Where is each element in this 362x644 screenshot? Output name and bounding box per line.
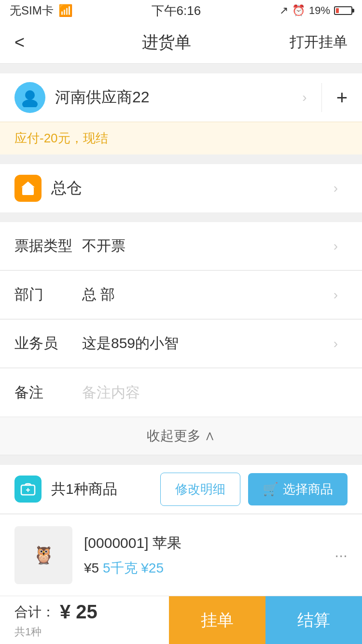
warehouse-row[interactable]: 总仓 › xyxy=(0,164,362,212)
product-item: 🦉 [0000001] 苹果 ¥5 5千克 ¥25 ··· xyxy=(0,514,362,596)
salesman-row[interactable]: 业务员 这是859的小智 › xyxy=(0,320,362,368)
form-section: 票据类型 不开票 › 部门 总 部 › 业务员 这是859的小智 › 备注 备注… xyxy=(0,222,362,417)
battery-indicator xyxy=(334,6,352,15)
divider-2 xyxy=(0,154,362,164)
price-value: ¥5 xyxy=(84,560,99,575)
invoice-label: 票据类型 xyxy=(14,236,82,256)
divider-4 xyxy=(0,455,362,465)
warehouse-icon xyxy=(14,175,42,202)
product-more-button[interactable]: ··· xyxy=(334,546,348,564)
status-right: ↗ ⏰ 19% xyxy=(279,4,352,17)
invoice-row[interactable]: 票据类型 不开票 › xyxy=(0,222,362,270)
edit-detail-button[interactable]: 修改明细 xyxy=(160,473,240,506)
total-count: 共1种 xyxy=(14,625,154,639)
department-chevron-icon: › xyxy=(334,287,338,303)
total-label: 合计： ¥ 25 xyxy=(14,601,154,623)
remark-input[interactable]: 备注内容 xyxy=(82,383,348,403)
warehouse-name: 总仓 xyxy=(51,178,334,199)
divider-1 xyxy=(0,64,362,73)
salesman-label: 业务员 xyxy=(14,334,82,353)
supplier-row[interactable]: 河南供应商22 › + xyxy=(0,73,362,122)
location-icon: ↗ xyxy=(279,4,288,17)
product-price: ¥5 5千克 ¥25 xyxy=(84,559,334,577)
owl-icon: 🦉 xyxy=(33,545,55,565)
chevron-right-icon: › xyxy=(302,90,306,105)
total-amount: ¥ 25 xyxy=(60,601,97,623)
wifi-icon: 📶 xyxy=(58,4,73,17)
open-hang-button[interactable]: 打开挂单 xyxy=(290,32,348,52)
svg-marker-3 xyxy=(21,182,35,187)
department-value: 总 部 xyxy=(82,285,334,305)
collapse-section[interactable]: 收起更多 ∧ xyxy=(0,417,362,455)
supplier-name: 河南供应商22 xyxy=(55,87,302,108)
total-section: 合计： ¥ 25 共1种 xyxy=(0,596,169,644)
product-code: [0000001] xyxy=(84,535,148,551)
products-count: 共1种商品 xyxy=(51,479,160,499)
department-row[interactable]: 部门 总 部 › xyxy=(0,271,362,319)
back-button[interactable]: < xyxy=(14,32,43,53)
notice-banner: 应付-20元，现结 xyxy=(0,122,362,154)
hang-button[interactable]: 挂单 xyxy=(169,596,265,644)
add-button[interactable]: + xyxy=(336,87,348,109)
status-left: 无SIM卡 📶 xyxy=(10,3,73,18)
svg-rect-4 xyxy=(26,190,30,195)
cart-icon: 🛒 xyxy=(263,482,278,497)
notice-text: 应付-20元，现结 xyxy=(14,131,108,145)
quantity-value: 5千克 xyxy=(103,560,138,575)
svg-point-0 xyxy=(25,90,35,100)
products-header: 共1种商品 修改明细 🛒 选择商品 xyxy=(0,465,362,513)
invoice-value: 不开票 xyxy=(82,236,334,256)
divider-3 xyxy=(0,212,362,222)
product-name: [0000001] 苹果 xyxy=(84,533,334,553)
product-title: 苹果 xyxy=(153,535,181,551)
salesman-chevron-icon: › xyxy=(334,336,338,351)
status-bar: 无SIM卡 📶 下午6:16 ↗ ⏰ 19% xyxy=(0,0,362,21)
bottom-bar: 合计： ¥ 25 共1种 挂单 结算 xyxy=(0,596,362,644)
battery-percent: 19% xyxy=(309,4,330,17)
supplier-avatar xyxy=(14,82,45,113)
select-product-label: 选择商品 xyxy=(283,481,333,498)
page-title: 进货单 xyxy=(142,31,191,54)
status-time: 下午6:16 xyxy=(152,2,201,19)
department-label: 部门 xyxy=(14,285,82,305)
carrier-text: 无SIM卡 xyxy=(10,3,54,18)
remark-label: 备注 xyxy=(14,383,82,403)
products-icon xyxy=(14,476,42,503)
salesman-value: 这是859的小智 xyxy=(82,334,334,353)
collapse-label: 收起更多 ∧ xyxy=(147,427,216,445)
nav-bar: < 进货单 打开挂单 xyxy=(0,21,362,64)
checkout-button[interactable]: 结算 xyxy=(265,596,362,644)
total-value: ¥25 xyxy=(141,560,164,575)
invoice-chevron-icon: › xyxy=(334,238,338,254)
warehouse-chevron-icon: › xyxy=(334,181,338,196)
product-info: [0000001] 苹果 ¥5 5千克 ¥25 xyxy=(84,533,334,577)
alarm-icon: ⏰ xyxy=(292,4,305,17)
product-thumbnail: 🦉 xyxy=(14,526,72,584)
svg-point-1 xyxy=(22,99,38,107)
remark-row[interactable]: 备注 备注内容 xyxy=(0,368,362,417)
total-label-text: 合计： xyxy=(14,603,55,621)
supplier-divider xyxy=(321,83,322,112)
select-product-button[interactable]: 🛒 选择商品 xyxy=(248,473,348,505)
